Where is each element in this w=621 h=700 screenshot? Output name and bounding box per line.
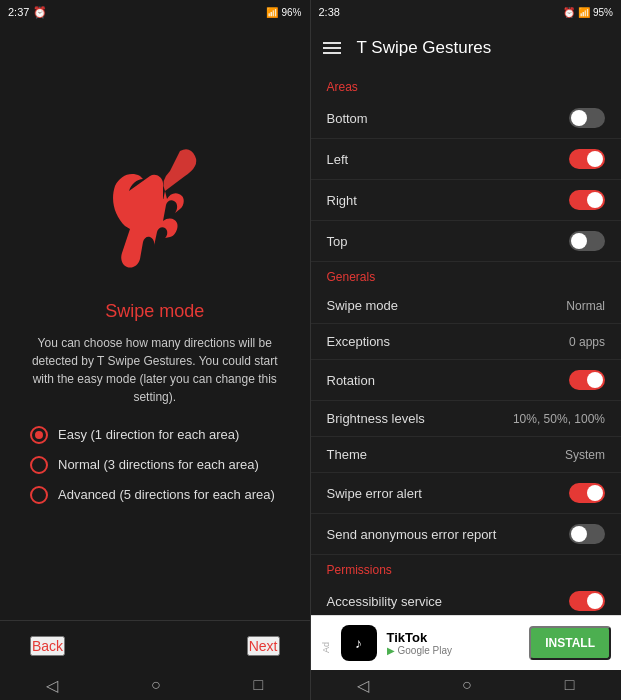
right-back-nav-icon[interactable]: ◁ — [357, 676, 369, 695]
right-home-nav-icon[interactable]: ○ — [462, 676, 472, 694]
left-status-bar: 2:37 ⏰ 📶 96% — [0, 0, 310, 24]
install-button[interactable]: INSTALL — [529, 626, 611, 660]
radio-advanced-label: Advanced (5 directions for each area) — [58, 487, 275, 502]
setting-exceptions-label: Exceptions — [327, 334, 391, 349]
setting-rotation[interactable]: Rotation — [311, 360, 622, 401]
toggle-accessibility[interactable] — [569, 591, 605, 611]
back-button[interactable]: Back — [30, 636, 65, 656]
setting-exceptions-value: 0 apps — [569, 335, 605, 349]
setting-brightness-label: Brightness levels — [327, 411, 425, 426]
radio-normal-label: Normal (3 directions for each area) — [58, 457, 259, 472]
radio-options-group: Easy (1 direction for each area) Normal … — [20, 426, 290, 504]
left-status-time: 2:37 ⏰ — [8, 6, 47, 19]
section-generals: Generals — [311, 262, 622, 288]
left-status-icons: 📶 96% — [266, 7, 301, 18]
setting-accessibility-label: Accessibility service — [327, 594, 443, 609]
tiktok-logo: ♪ — [341, 625, 377, 661]
app-title: T Swipe Gestures — [357, 38, 492, 58]
toggle-right[interactable] — [569, 190, 605, 210]
left-panel: 2:37 ⏰ 📶 96% Swipe mode You can choose h… — [0, 0, 310, 700]
setting-left[interactable]: Left — [311, 139, 622, 180]
ad-app-title: TikTok — [387, 630, 520, 645]
toggle-rotation[interactable] — [569, 370, 605, 390]
wifi-icon: 📶 — [266, 7, 278, 18]
right-status-icons: ⏰ 📶 95% — [563, 7, 613, 18]
radio-normal-circle[interactable] — [30, 456, 48, 474]
settings-scroll-area[interactable]: Areas Bottom Left Right Top Generals Swi… — [311, 72, 622, 615]
back-nav-icon[interactable]: ◁ — [46, 676, 58, 695]
ad-text-block: TikTok ▶ Google Play — [387, 630, 520, 656]
setting-rotation-label: Rotation — [327, 373, 375, 388]
right-alarm-icon: ⏰ — [563, 7, 575, 18]
ad-app-store: ▶ Google Play — [387, 645, 520, 656]
setting-swipe-error-label: Swipe error alert — [327, 486, 422, 501]
right-panel: 2:38 ⏰ 📶 95% T Swipe Gestures Areas Bott… — [311, 0, 622, 700]
swipe-mode-title: Swipe mode — [105, 301, 204, 322]
ad-store-label: Google Play — [398, 645, 452, 656]
setting-right[interactable]: Right — [311, 180, 622, 221]
ad-label: Ad — [321, 633, 331, 653]
setting-swipe-error[interactable]: Swipe error alert — [311, 473, 622, 514]
setting-theme-value: System — [565, 448, 605, 462]
left-nav-bar: ◁ ○ □ — [0, 670, 310, 700]
swipe-hand-icon — [95, 141, 215, 281]
swipe-mode-description: You can choose how many directions will … — [20, 334, 290, 406]
toggle-top[interactable] — [569, 231, 605, 251]
radio-advanced-circle[interactable] — [30, 486, 48, 504]
setting-anon-report-label: Send anonymous error report — [327, 527, 497, 542]
right-time-display: 2:38 — [319, 6, 340, 18]
hamburger-line-1 — [323, 42, 341, 44]
setting-brightness[interactable]: Brightness levels 10%, 50%, 100% — [311, 401, 622, 437]
toggle-anon-report[interactable] — [569, 524, 605, 544]
right-recents-nav-icon[interactable]: □ — [565, 676, 575, 694]
hamburger-menu[interactable] — [323, 42, 341, 54]
section-permissions: Permissions — [311, 555, 622, 581]
setting-bottom[interactable]: Bottom — [311, 98, 622, 139]
section-areas: Areas — [311, 72, 622, 98]
toggle-left[interactable] — [569, 149, 605, 169]
left-bottom-nav: Back Next — [0, 620, 310, 670]
radio-easy-label: Easy (1 direction for each area) — [58, 427, 239, 442]
toggle-swipe-error[interactable] — [569, 483, 605, 503]
right-wifi-icon: 📶 — [578, 7, 590, 18]
setting-swipe-mode-value: Normal — [566, 299, 605, 313]
setting-anon-report[interactable]: Send anonymous error report — [311, 514, 622, 555]
setting-exceptions[interactable]: Exceptions 0 apps — [311, 324, 622, 360]
setting-swipe-mode[interactable]: Swipe mode Normal — [311, 288, 622, 324]
right-battery-display: 95% — [593, 7, 613, 18]
hamburger-line-2 — [323, 47, 341, 49]
hamburger-line-3 — [323, 52, 341, 54]
setting-swipe-mode-label: Swipe mode — [327, 298, 399, 313]
setting-top-label: Top — [327, 234, 348, 249]
setting-left-label: Left — [327, 152, 349, 167]
setting-theme-label: Theme — [327, 447, 367, 462]
setting-right-label: Right — [327, 193, 357, 208]
battery-display: 96% — [281, 7, 301, 18]
ad-banner: Ad ♪ TikTok ▶ Google Play INSTALL — [311, 615, 622, 670]
radio-easy[interactable]: Easy (1 direction for each area) — [30, 426, 280, 444]
setting-brightness-value: 10%, 50%, 100% — [513, 412, 605, 426]
home-nav-icon[interactable]: ○ — [151, 676, 161, 694]
radio-normal[interactable]: Normal (3 directions for each area) — [30, 456, 280, 474]
setting-accessibility[interactable]: Accessibility service — [311, 581, 622, 615]
recents-nav-icon[interactable]: □ — [253, 676, 263, 694]
alarm-icon: ⏰ — [33, 6, 47, 19]
left-main-content: Swipe mode You can choose how many direc… — [0, 24, 310, 620]
setting-top[interactable]: Top — [311, 221, 622, 262]
settings-list: Areas Bottom Left Right Top Generals Swi… — [311, 72, 622, 615]
toggle-bottom[interactable] — [569, 108, 605, 128]
radio-advanced[interactable]: Advanced (5 directions for each area) — [30, 486, 280, 504]
radio-easy-circle[interactable] — [30, 426, 48, 444]
setting-theme[interactable]: Theme System — [311, 437, 622, 473]
right-status-bar: 2:38 ⏰ 📶 95% — [311, 0, 622, 24]
right-app-header: T Swipe Gestures — [311, 24, 622, 72]
time-display: 2:37 — [8, 6, 29, 18]
next-button[interactable]: Next — [247, 636, 280, 656]
setting-bottom-label: Bottom — [327, 111, 368, 126]
right-nav-bar: ◁ ○ □ — [311, 670, 622, 700]
